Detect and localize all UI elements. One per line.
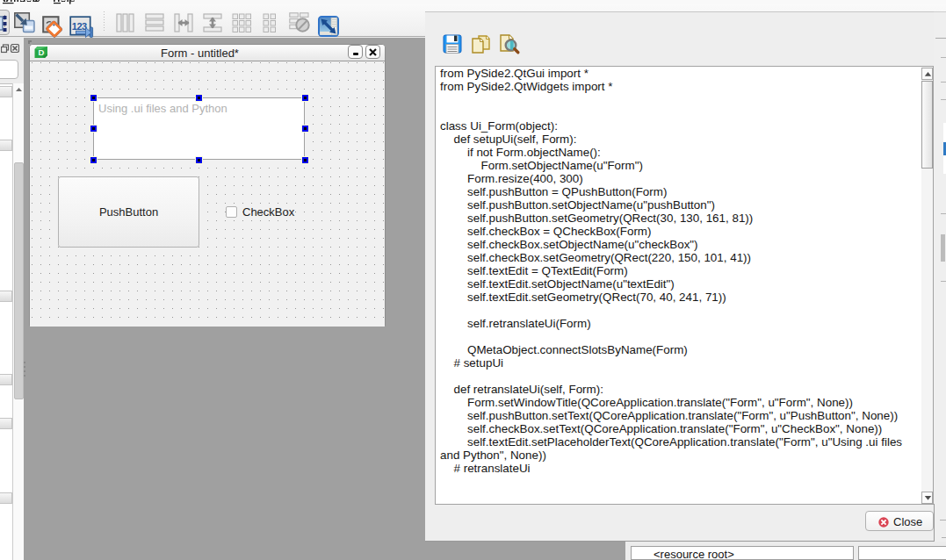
svg-text:123: 123 (72, 21, 87, 32)
